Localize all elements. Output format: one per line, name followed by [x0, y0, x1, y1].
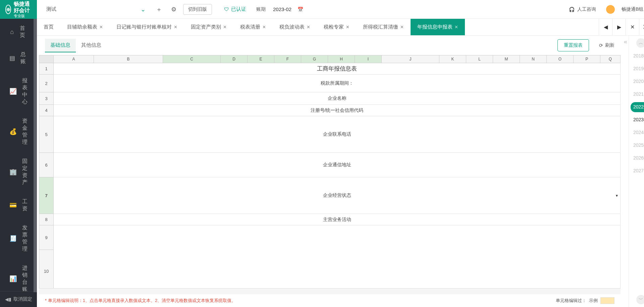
sub-tab[interactable]: 基础信息: [45, 39, 76, 52]
column-header[interactable]: F: [274, 55, 301, 63]
brand-logo[interactable]: ⊕ 畅捷通好会计 专业版: [0, 0, 37, 19]
column-header[interactable]: D: [221, 55, 248, 63]
unpin-button[interactable]: ◀▮ 取消固定: [0, 291, 37, 307]
horizontal-scrollbar[interactable]: [39, 288, 621, 294]
tabs-prev[interactable]: ◀: [599, 19, 612, 35]
row-header[interactable]: 3: [39, 92, 54, 105]
tab-close-icon[interactable]: ✕: [99, 25, 103, 30]
sidebar-scrollbar[interactable]: [34, 19, 37, 292]
sidebar-item-asset[interactable]: 🏢固定资产: [0, 152, 37, 192]
sub-tab[interactable]: 其他信息: [76, 39, 107, 52]
year-item[interactable]: 2018年: [631, 51, 644, 61]
column-header[interactable]: A: [54, 55, 94, 63]
column-header[interactable]: Q: [600, 55, 621, 63]
calendar-icon[interactable]: 📅: [298, 7, 303, 12]
column-header[interactable]: L: [466, 55, 493, 63]
column-header[interactable]: E: [248, 55, 274, 63]
year-up[interactable]: ︿: [636, 38, 644, 48]
column-header[interactable]: I: [355, 55, 382, 63]
sidebar-item-stock[interactable]: 📊进销台账: [0, 259, 37, 291]
tab[interactable]: 年报信息申报表✕: [411, 19, 465, 35]
tab[interactable]: 目辅助余额表✕: [60, 19, 110, 35]
column-header[interactable]: H: [328, 55, 355, 63]
sidebar-item-label: 资金管理: [22, 118, 28, 146]
row-header[interactable]: 10: [39, 250, 54, 288]
tab[interactable]: 固定资产类别✕: [184, 19, 233, 35]
year-item[interactable]: 2025年: [631, 140, 644, 150]
money-icon: 💰: [9, 128, 17, 135]
tab-label: 目辅助余额表: [67, 24, 97, 30]
year-item[interactable]: 2026年: [631, 153, 644, 163]
column-header[interactable]: C: [163, 55, 221, 63]
row-header[interactable]: 8: [39, 214, 54, 225]
collapse-year-panel[interactable]: «: [623, 36, 629, 307]
year-item[interactable]: 2019年: [631, 64, 644, 74]
tab[interactable]: 所得税汇算清缴✕: [356, 19, 411, 35]
sidebar-item-chart[interactable]: 📈报表中心: [0, 71, 37, 112]
tab[interactable]: 日记账与银行对账单核对✕: [110, 19, 184, 35]
sidebar-item-invoice[interactable]: 🧾发票管理: [0, 218, 37, 259]
row-header[interactable]: 7: [39, 177, 54, 214]
sidebar-item-home[interactable]: ⌂首页: [0, 19, 37, 45]
tab-close-icon[interactable]: ✕: [346, 25, 350, 30]
refresh-button[interactable]: ⟳ 刷新: [599, 42, 614, 48]
tab-close-icon[interactable]: ✕: [454, 25, 458, 30]
verified-badge: 🛡 已认证: [224, 6, 246, 12]
tabs-close[interactable]: ✕: [626, 19, 639, 35]
year-down[interactable]: ﹀: [636, 295, 644, 304]
year-item[interactable]: 2022年: [631, 102, 644, 112]
cell: 企业经营状态: [54, 177, 621, 214]
tab-close-icon[interactable]: ✕: [307, 25, 310, 30]
sidebar-item-money[interactable]: 💰资金管理: [0, 112, 37, 152]
year-item[interactable]: 2027年: [631, 166, 644, 176]
column-header[interactable]: B: [94, 55, 163, 63]
company-select[interactable]: 测试 ⌄: [42, 3, 150, 15]
username[interactable]: 畅捷通B组...: [622, 6, 644, 12]
column-header[interactable]: P: [574, 55, 600, 63]
verified-label: 已认证: [231, 6, 246, 12]
column-header[interactable]: M: [493, 55, 520, 63]
row-header[interactable]: 5: [39, 116, 54, 153]
tab-close-icon[interactable]: ✕: [400, 25, 404, 30]
tab[interactable]: 税表清册✕: [233, 19, 273, 35]
column-header[interactable]: J: [382, 55, 439, 63]
column-header[interactable]: O: [547, 55, 574, 63]
sidebar-item-ledger[interactable]: ▤总账: [0, 45, 37, 71]
tab-close-icon[interactable]: ✕: [262, 25, 266, 30]
column-header[interactable]: K: [439, 55, 466, 63]
row-header[interactable]: 4: [39, 105, 54, 116]
cloud-icon: ⊕: [5, 5, 11, 14]
settings-icon[interactable]: ⚙: [168, 4, 179, 15]
invoice-icon: 🧾: [9, 235, 17, 242]
tab-close-icon[interactable]: ✕: [174, 25, 177, 30]
tab[interactable]: 税负波动表✕: [273, 19, 317, 35]
reset-report-button[interactable]: 重置报表: [557, 39, 589, 51]
tab-label: 固定资产类别: [191, 24, 221, 30]
column-header[interactable]: G: [301, 55, 328, 63]
year-item[interactable]: 2020年: [631, 77, 644, 87]
year-item[interactable]: 2023年: [631, 115, 644, 125]
tab[interactable]: 首页: [37, 19, 60, 35]
tab-close-icon[interactable]: ✕: [223, 25, 227, 30]
add-button[interactable]: ＋: [154, 4, 164, 15]
cell: 注册号/统一社会信用代码: [54, 105, 621, 116]
row-header[interactable]: 6: [39, 153, 54, 177]
row-header[interactable]: 2: [39, 75, 54, 92]
avatar[interactable]: [606, 5, 615, 14]
year-item[interactable]: 2024年: [631, 128, 644, 138]
year-item[interactable]: 2021年: [631, 89, 644, 99]
tabs-fullscreen[interactable]: ⛶: [639, 19, 644, 35]
select-all-cell[interactable]: [39, 55, 54, 63]
support-link[interactable]: 🎧 人工咨询: [569, 6, 596, 12]
row-header[interactable]: 9: [39, 225, 54, 250]
column-header[interactable]: N: [520, 55, 547, 63]
tab[interactable]: 税检专家✕: [317, 19, 356, 35]
footer-note: * 单元格编辑说明：1、点击单元格直接录入数值或文本。2、清空单元格数值或文本恢…: [37, 294, 623, 307]
tabs-next[interactable]: ▶: [612, 19, 626, 35]
sidebar-item-salary[interactable]: 💳工资: [0, 192, 37, 218]
row-header[interactable]: 1: [39, 63, 54, 75]
period-value[interactable]: 2023-02: [273, 6, 291, 12]
edited-label: 单元格编辑过：: [556, 298, 586, 304]
refresh-icon: ⟳: [599, 43, 603, 48]
old-version-button[interactable]: 切到旧版: [183, 4, 212, 15]
